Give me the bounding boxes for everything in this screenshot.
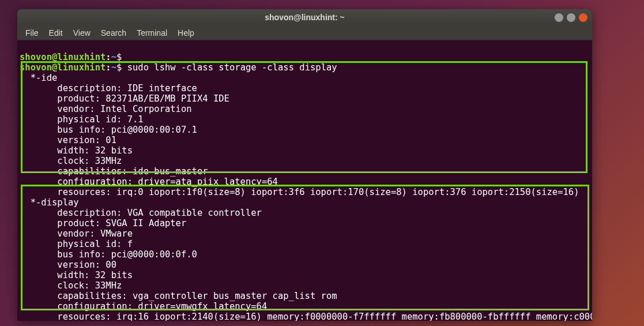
output-line: description: IDE interface: [20, 83, 197, 93]
output-line: width: 32 bits: [20, 270, 133, 280]
terminal-content[interactable]: shovon@linuxhint:~$ shovon@linuxhint:~$ …: [17, 40, 592, 321]
close-button[interactable]: [579, 13, 587, 22]
output-line: resources: irq:16 ioport:2140(size=16) m…: [20, 312, 592, 321]
window-controls: [555, 13, 587, 22]
minimize-button[interactable]: [555, 13, 563, 22]
terminal-window: shovon@linuxhint: ~ File Edit View Searc…: [17, 9, 592, 321]
output-line: bus info: pci@0000:00:07.1: [20, 125, 197, 135]
output-line: configuration: driver=vmwgfx latency=64: [20, 301, 267, 312]
output-line: clock: 33MHz: [20, 156, 122, 166]
output-line: capabilities: ide bus_master: [20, 166, 208, 177]
menu-terminal[interactable]: Terminal: [132, 27, 172, 39]
prompt-user: shovon@linuxhint: [20, 52, 106, 62]
output-line: configuration: driver=ata_piix latency=6…: [20, 177, 278, 187]
prompt-path: ~: [111, 52, 116, 62]
output-line: product: 82371AB/EB/MB PIIX4 IDE: [20, 93, 229, 104]
menu-edit[interactable]: Edit: [44, 27, 67, 39]
maximize-button[interactable]: [567, 13, 575, 22]
output-display-header: *-display: [20, 197, 79, 208]
prompt-colon: :: [106, 52, 111, 62]
output-line: product: SVGA II Adapter: [20, 218, 186, 228]
output-line: vendor: Intel Corporation: [20, 104, 192, 114]
menu-view[interactable]: View: [69, 27, 95, 39]
prompt-path: ~: [111, 62, 116, 73]
output-line: resources: irq:0 ioport:1f0(size=8) iopo…: [20, 187, 579, 197]
prompt-dollar: $: [116, 62, 122, 73]
menu-search[interactable]: Search: [96, 27, 131, 39]
output-line: version: 00: [20, 260, 116, 270]
menu-help[interactable]: Help: [173, 27, 199, 39]
window-title: shovon@linuxhint: ~: [265, 13, 344, 22]
output-line: physical id: 7.1: [20, 114, 144, 125]
output-line: width: 32 bits: [20, 145, 133, 156]
output-line: description: VGA compatible controller: [20, 208, 262, 218]
menubar: File Edit View Search Terminal Help: [17, 25, 592, 40]
output-line: vendor: VMware: [20, 228, 133, 239]
output-line: bus info: pci@0000:00:0f.0: [20, 249, 197, 260]
prompt-user: shovon@linuxhint: [20, 62, 106, 73]
command-lshw: sudo lshw -class storage -class display: [127, 62, 337, 73]
output-line: physical id: f: [20, 239, 133, 249]
output-line: clock: 33MHz: [20, 280, 122, 291]
prompt-colon: :: [106, 62, 111, 73]
prompt-dollar: $: [116, 52, 122, 62]
output-ide-header: *-ide: [20, 73, 57, 83]
menu-file[interactable]: File: [21, 27, 43, 39]
output-line: version: 01: [20, 135, 116, 145]
titlebar: shovon@linuxhint: ~: [17, 9, 592, 25]
output-line: capabilities: vga_controller bus_master …: [20, 291, 337, 301]
